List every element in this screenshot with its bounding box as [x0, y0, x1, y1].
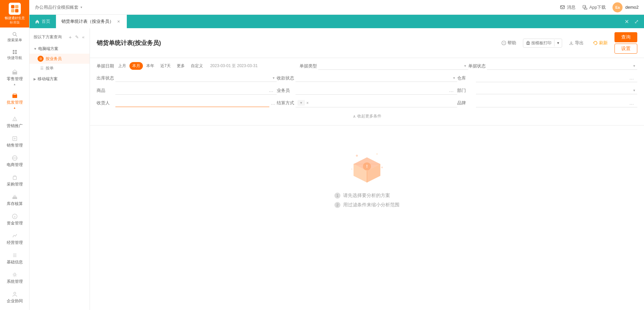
user-avatar-text: Ea [615, 5, 620, 9]
sidebar-item-label-inventory: 库存核算 [7, 201, 23, 207]
logo-area[interactable]: 畅捷通好生意 标准版 [0, 0, 29, 28]
salesman-dots: … [448, 88, 455, 93]
doc-status-field: 单据状态 ▾ [468, 62, 637, 70]
marketing-icon [12, 116, 18, 122]
sidebar-item-purchase[interactable]: 采购管理 [0, 171, 29, 191]
brand-select[interactable]: … [476, 99, 637, 107]
collapse-icon: ∧ [353, 114, 356, 119]
inventory-icon [12, 194, 18, 200]
settings-button[interactable]: 设置 [614, 44, 637, 54]
collapse-conditions-button[interactable]: ∧ 收起更多条件 [97, 111, 637, 121]
svg-rect-11 [12, 95, 17, 98]
sidebar-item-inventory[interactable]: 库存核算 [0, 191, 29, 210]
svg-rect-21 [14, 195, 16, 196]
print-button[interactable]: 按模板打印 [523, 39, 554, 47]
main-container: 办公用品行业模拟账套 ▾ 消息 App下载 Ea demo2 [30, 0, 644, 310]
consignee-input[interactable] [115, 99, 269, 107]
payment-status-select[interactable]: ▾ [296, 74, 457, 82]
desktop-group-header[interactable]: ▼ 电脑端方案 [30, 44, 90, 54]
tab-expand-button[interactable]: ⤢ [633, 17, 640, 26]
collapse-label: 收起更多条件 [357, 113, 381, 119]
app-download-action[interactable]: App下载 [582, 4, 606, 10]
sidebar-item-basic[interactable]: 基础信息 [0, 249, 29, 268]
sidebar-item-operations[interactable]: 经营管理 [0, 229, 29, 249]
query-button[interactable]: 查询 [614, 32, 637, 42]
date-tab-last7[interactable]: 近7天 [158, 62, 173, 70]
settlement-dropdown-arrow: ▾ [300, 101, 302, 105]
sidebar-item-ecommerce[interactable]: 电商管理 [0, 152, 29, 171]
date-tab-custom[interactable]: 自定义 [188, 62, 206, 70]
search-menu-button[interactable]: 搜索菜单 [3, 30, 26, 45]
doc-status-select[interactable]: ▾ [487, 62, 637, 70]
sidebar-item-enterprise[interactable]: 企业协同 [0, 288, 29, 307]
product-select[interactable]: … [115, 86, 277, 95]
edit-scheme-button[interactable]: ✎ [74, 34, 80, 40]
scheme-item-by-salesman-label: 按业务员 [46, 56, 62, 62]
scheme-item-by-salesman[interactable]: 业 按业务员 [30, 54, 90, 64]
desktop-scheme-group: ▼ 电脑端方案 业 按业务员 ☰ 按单 [30, 44, 90, 73]
svg-point-59 [376, 153, 378, 155]
sidebar-item-finance[interactable]: ¥ 资金管理 [0, 210, 29, 229]
svg-point-17 [12, 156, 17, 160]
sidebar-item-retail[interactable]: 零售管理 ▲ [0, 66, 29, 89]
sidebar-shortcut-area: 快捷导航 [0, 47, 29, 64]
shortcut-icon [12, 49, 17, 55]
sidebar-item-label-finance: 资金管理 [7, 220, 23, 226]
page-header-actions: ? 帮助 按模板打印 ▾ 导出 [499, 32, 637, 58]
by-order-icon: ☰ [40, 66, 44, 70]
scheme-item-by-order[interactable]: ☰ 按单 [30, 64, 90, 73]
app-selector-chevron: ▾ [80, 5, 82, 9]
retail-arrow: ▲ [13, 83, 16, 86]
filter-area: 单据日期 上月 本月 本年 [90, 58, 644, 125]
settlement-tag-close[interactable]: × [306, 101, 309, 105]
message-label: 消息 [567, 4, 576, 10]
wholesale-icon [12, 93, 18, 99]
sidebar-item-sales[interactable]: 销售管理 [0, 132, 29, 152]
app-selector[interactable]: 办公用品行业模拟账套 ▾ [35, 4, 82, 10]
delivery-select[interactable]: ▾ [115, 74, 277, 82]
shortcut-nav-label: 快捷导航 [7, 55, 22, 60]
svg-rect-6 [13, 50, 14, 52]
sidebar-item-system[interactable]: 系统管理 [0, 268, 29, 288]
message-action[interactable]: 消息 [560, 4, 576, 10]
consignee-label: 收货人 [97, 100, 115, 106]
doc-status-arrow: ▾ [633, 64, 635, 68]
shortcut-nav-button[interactable]: 快捷导航 [3, 47, 26, 62]
settlement-select[interactable]: ▾ × [296, 99, 457, 107]
help-button[interactable]: ? 帮助 [499, 39, 519, 47]
collapse-panel-button[interactable]: « [81, 34, 86, 40]
warehouse-select[interactable]: … [476, 74, 637, 82]
export-button[interactable]: 导出 [566, 39, 586, 47]
finance-icon: ¥ [12, 213, 18, 219]
page-header: 销货单统计表(按业务员) ? 帮助 按模板打印 ▾ [90, 28, 644, 58]
dept-select[interactable]: ▾ [476, 87, 637, 94]
help-icon: ? [501, 41, 506, 45]
refresh-button[interactable]: 刷新 [590, 39, 610, 47]
date-tab-more[interactable]: 更多 [174, 62, 187, 70]
date-tab-last-month[interactable]: 上月 [115, 62, 129, 70]
header-right: 消息 App下载 Ea demo2 [560, 2, 639, 12]
tab-close-button[interactable]: ✕ [116, 19, 121, 24]
add-scheme-button[interactable]: + [68, 34, 73, 41]
print-dropdown-button[interactable]: ▾ [554, 39, 562, 47]
sidebar-item-wholesale[interactable]: 批发管理 ▲ [0, 89, 29, 113]
svg-rect-18 [13, 176, 16, 179]
salesman-select[interactable]: … [296, 86, 457, 95]
mobile-group-header[interactable]: ▶ 移动端方案 [30, 74, 90, 84]
step-2-num: 2 [334, 202, 340, 208]
sidebar-item-marketing[interactable]: 营销推广 [0, 113, 29, 132]
svg-line-5 [15, 35, 17, 37]
sales-icon [12, 136, 18, 142]
user-area[interactable]: Ea demo2 [612, 2, 639, 12]
tab-home[interactable]: 首页 [30, 15, 56, 28]
tab-sales-stat[interactable]: 销货单统计表（按业务员） ✕ [56, 15, 127, 28]
tab-close-all-button[interactable]: ✕ [623, 17, 630, 26]
brand-dots: … [628, 100, 635, 106]
date-tab-this-month[interactable]: 本月 [129, 62, 143, 70]
payment-status-label: 收款状态 [277, 75, 296, 81]
date-tab-this-year[interactable]: 本年 [144, 62, 157, 70]
enterprise-icon [12, 291, 18, 297]
doc-type-select[interactable]: ▾ [318, 62, 469, 70]
tab-bar: 首页 销货单统计表（按业务员） ✕ ✕ ⤢ [30, 15, 644, 28]
sidebar-item-newbie[interactable]: 新手引导 [0, 307, 29, 310]
